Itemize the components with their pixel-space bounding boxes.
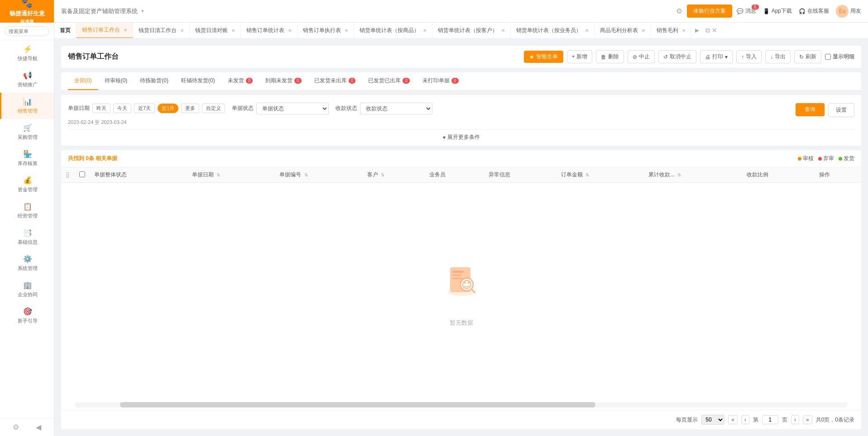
svg-point-8 xyxy=(464,282,466,284)
add-btn[interactable]: + 新增 xyxy=(567,50,592,63)
sidebar-item-finance[interactable]: 💰 资金管理 xyxy=(0,171,54,198)
tab-close-icon[interactable]: ✕ xyxy=(585,28,589,33)
setting-btn[interactable]: 设置 xyxy=(828,103,854,117)
app-download-btn[interactable]: 📱 App下载 xyxy=(763,7,792,15)
tab-close-icon[interactable]: ✕ xyxy=(288,28,292,33)
operation-icon: 📋 xyxy=(23,202,32,211)
tab-sales-summary-customer[interactable]: 销货单统计表（按客户） ✕ xyxy=(432,23,511,38)
sort-icon[interactable]: ⇅ xyxy=(585,172,589,177)
cancel-pause-btn[interactable]: ↺ 取消中止 xyxy=(658,50,696,63)
sort-icon[interactable]: ⇅ xyxy=(304,172,308,177)
sidebar-item-sales[interactable]: 📊 销售管理 xyxy=(0,93,54,119)
sort-icon[interactable]: ⇅ xyxy=(216,172,220,177)
sidebar-item-system[interactable]: ⚙️ 系统管理 xyxy=(0,250,54,276)
tab-sales-summary-staff[interactable]: 销货单统计表（按业务员） ✕ xyxy=(511,23,595,38)
date-btn-custom[interactable]: 自定义 xyxy=(202,104,225,113)
prev-page-btn[interactable]: ‹ xyxy=(741,415,749,424)
sidebar-item-enterprise[interactable]: 🏢 企业协同 xyxy=(0,276,54,303)
delete-btn[interactable]: 🗑 删除 xyxy=(596,50,624,63)
next-page-btn[interactable]: › xyxy=(791,415,799,424)
sidebar-item-basic-info[interactable]: 📑 基础信息 xyxy=(0,224,54,250)
tab-sales-workbench[interactable]: 销售订单工作台 ✕ xyxy=(77,23,133,38)
subtab-wangpu[interactable]: 旺铺待发货(0) xyxy=(175,72,221,90)
topbar-right: 💬 💬 6 消息 📱 App下载 🎧 在线客服 Ea 用友 xyxy=(737,5,861,18)
settings-icon[interactable]: ⚙ xyxy=(13,423,19,431)
refresh-btn[interactable]: ↻ 刷新 xyxy=(794,50,821,63)
star-icon: ★ xyxy=(529,54,534,60)
horizontal-scrollbar[interactable] xyxy=(75,402,848,408)
export-btn[interactable]: ↓ 导出 xyxy=(765,50,791,63)
sidebar-item-operation[interactable]: 📋 经营管理 xyxy=(0,198,54,224)
tab-cash-reconcile[interactable]: 钱货日清对账 ✕ xyxy=(190,23,241,38)
ship-action-btn[interactable]: 发货 xyxy=(839,155,854,162)
filter-payment-select[interactable]: 收款状态 xyxy=(360,103,432,114)
tab-sales-exec[interactable]: 销售订单执行表 ✕ xyxy=(297,23,354,38)
tab-close-icon[interactable]: ✕ xyxy=(180,28,184,33)
subtab-shipped-not-out[interactable]: 已发货未出库 0 xyxy=(308,72,362,90)
tab-close-icon[interactable]: ✕ xyxy=(501,28,505,33)
show-detail-checkbox[interactable] xyxy=(825,54,831,60)
page-size-select[interactable]: 50 10 20 100 xyxy=(701,415,724,425)
tab-sales-stat[interactable]: 销售订单统计表 ✕ xyxy=(241,23,297,38)
user-menu-btn[interactable]: Ea 用友 xyxy=(836,5,861,18)
tab-sales-summary-product[interactable]: 销货单统计表（按商品） ✕ xyxy=(354,23,432,38)
tab-close-icon[interactable]: ✕ xyxy=(345,28,348,33)
date-btn-today[interactable]: 今天 xyxy=(113,104,131,113)
import-btn[interactable]: ↑ 导入 xyxy=(736,50,762,63)
date-btn-more[interactable]: 更多 xyxy=(181,104,199,113)
sidebar-item-inventory[interactable]: 🏪 库存核算 xyxy=(0,145,54,171)
review-action-btn[interactable]: 审核 xyxy=(798,155,814,162)
th-staff-label: 业务员 xyxy=(429,171,446,178)
online-service-btn[interactable]: 🎧 在线客服 xyxy=(799,7,829,15)
svg-rect-3 xyxy=(452,275,461,276)
tab-close-icon[interactable]: ✕ xyxy=(231,28,235,33)
subtab-pending-inspect[interactable]: 待拣验货(0) xyxy=(134,72,175,90)
filter-status-select[interactable]: 单据状态 xyxy=(256,103,329,114)
subtab-pending-review[interactable]: 待审核(0) xyxy=(98,72,134,90)
tabs-more-btn[interactable]: ▶ xyxy=(691,23,703,38)
smart-btn[interactable]: ★ 智能生单 xyxy=(524,51,563,63)
sort-icon[interactable]: ⇅ xyxy=(381,172,384,177)
subtab-not-printed[interactable]: 未打印单据 0 xyxy=(416,72,465,90)
last-page-btn[interactable]: » xyxy=(803,415,812,424)
tab-close-all-icon[interactable]: ✕ xyxy=(712,27,717,34)
page-number-input[interactable] xyxy=(762,415,778,424)
cancel-review-action-btn[interactable]: 弃审 xyxy=(818,155,834,162)
query-btn[interactable]: 查询 xyxy=(796,103,825,116)
print-btn[interactable]: 🖨 打印 ▾ xyxy=(700,50,733,63)
subtab-shipped-out[interactable]: 已发货已出库 0 xyxy=(362,72,416,90)
tab-close-icon[interactable]: ✕ xyxy=(124,28,127,33)
date-btn-yesterday[interactable]: 昨天 xyxy=(92,104,110,113)
sidebar-item-quick-nav[interactable]: ⚡ 快捷导航 xyxy=(0,40,54,66)
topbar-gear-icon[interactable]: ⚙ xyxy=(676,7,682,15)
sidebar-item-newbie[interactable]: 🎯 新手引导 xyxy=(0,303,54,329)
tab-close-icon[interactable]: ✕ xyxy=(423,28,427,33)
tab-cash-daily[interactable]: 钱货日清工作台 ✕ xyxy=(133,23,190,38)
sidebar-item-purchase[interactable]: 🛒 采购管理 xyxy=(0,119,54,145)
tab-window-icon[interactable]: ⧉ xyxy=(705,27,710,34)
message-btn[interactable]: 💬 💬 6 消息 xyxy=(737,7,756,15)
th-abnormal-label: 异常信息 xyxy=(489,171,510,178)
tab-home[interactable]: 首页 xyxy=(54,23,77,38)
subtab-all[interactable]: 全部(0) xyxy=(68,72,98,90)
first-page-btn[interactable]: « xyxy=(728,415,738,424)
filter-date-label: 单据日期 xyxy=(68,104,90,112)
sort-icon[interactable]: ⇅ xyxy=(677,172,681,177)
sidebar-item-label: 库存核算 xyxy=(18,160,38,167)
expand-btn[interactable]: ▾ 展开更多条件 xyxy=(68,133,854,141)
date-btn-1month[interactable]: 近1月 xyxy=(158,104,178,113)
search-input[interactable] xyxy=(5,26,49,36)
subtab-expired-not-shipped[interactable]: 到期未发货 0 xyxy=(259,72,308,90)
tab-close-icon[interactable]: ✕ xyxy=(682,28,686,33)
select-all-checkbox[interactable] xyxy=(79,171,85,177)
pause-btn[interactable]: ⊘ 中止 xyxy=(628,50,655,63)
sidebar-item-marketing[interactable]: 📢 营销推广 xyxy=(0,66,54,93)
tab-gross-profit[interactable]: 商品毛利分析表 ✕ xyxy=(595,23,651,38)
subtab-not-shipped[interactable]: 未发货 0 xyxy=(221,72,259,90)
tab-close-icon[interactable]: ✕ xyxy=(642,28,645,33)
date-btn-7days[interactable]: 近7天 xyxy=(134,104,155,113)
tab-sales-profit[interactable]: 销售毛利 ✕ xyxy=(651,23,691,38)
collapse-icon[interactable]: ◀ xyxy=(36,423,41,431)
trial-btn[interactable]: 体验行业方案 xyxy=(687,5,732,18)
show-detail-checkbox-container[interactable]: 显示明细 xyxy=(825,53,854,61)
